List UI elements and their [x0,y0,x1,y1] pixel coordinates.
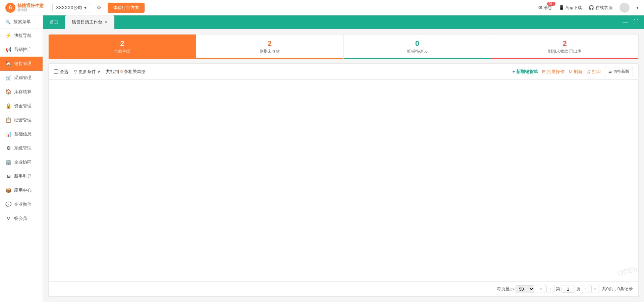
member-icon: V [5,216,11,221]
company-selector[interactable]: XXXXXX公司 ▾ [52,3,90,12]
beginner-icon: 🖥 [5,174,11,179]
tab-cash-flow-label: 钱货日清工作台 [72,19,102,25]
inventory-icon: 🏠 [5,89,11,95]
content-area: 2 全部单据 2 到期未收款 0 旺铺待确认 2 到期未收款 已出库 [43,29,644,302]
print-icon: 🖨 [586,69,591,74]
tab-maximize-icon[interactable]: ⛶ [632,18,640,26]
sidebar-item-purchase[interactable]: 🛒 采购管理 [0,71,43,85]
switch-label: 切换新版 [613,69,629,74]
sidebar-item-finance[interactable]: 🔒 资金管理 [0,99,43,113]
stat-tab-unshipped[interactable]: 2 到期未收款 已出库 [491,35,638,59]
print-label: 打印 [592,69,601,75]
refresh-btn[interactable]: ↻ 刷新 [569,69,582,75]
batch-btn[interactable]: ⊞ 批量操作 [542,69,565,75]
message-btn[interactable]: ✉ 消息 99+ [538,5,552,11]
chevron-down-icon: ▾ [636,5,639,10]
logo-area: 6 畅捷通好生意 标准版 [5,3,48,13]
sidebar-label: 畅会员 [14,216,27,222]
sidebar-label: 系统管理 [14,145,32,151]
search-menu-label: 搜索菜单 [13,19,31,25]
message-badge: 99+ [547,2,555,6]
settings-icon[interactable]: ⚙ [94,3,104,12]
page-input[interactable] [561,286,575,293]
new-sales-btn[interactable]: + 新增销货单 [513,69,538,75]
sidebar-label: 库存核算 [14,89,32,95]
sidebar-search[interactable]: 🔍 搜索菜单 [0,15,43,28]
sidebar-item-inventory[interactable]: 🏠 库存核算 [0,85,43,99]
stat-tab-all[interactable]: 2 全部单据 [49,35,196,59]
basic-info-icon: 📊 [5,131,11,137]
switch-btn[interactable]: ⇄ 切换新版 [605,67,633,76]
wechat-icon: 💬 [5,201,11,207]
sidebar-label: 资金管理 [14,103,32,109]
next-page-btn[interactable]: › [582,285,590,293]
tab-bar: 首页 钱货日清工作台 ✕ — ⛶ [43,15,644,29]
refresh-icon: ↻ [569,69,572,74]
search-icon: 🔍 [5,19,11,24]
sidebar: 🔍 搜索菜单 ⚡ 快捷导航 📢 营销推广 🏠 销售管理 🛒 采购管理 🏠 库存核… [0,15,43,302]
sidebar-item-wechat[interactable]: 💬 企业微信 [0,197,43,212]
refresh-label: 刷新 [574,69,582,75]
sidebar-item-enterprise[interactable]: 🏢 企业协同 [0,155,43,169]
sidebar-item-beginner[interactable]: 🖥 新手引导 [0,169,43,183]
stat-number-all: 2 [120,39,124,48]
last-page-btn[interactable]: » [591,285,599,293]
sidebar-label: 经营管理 [14,117,32,123]
print-btn[interactable]: 🖨 打印 [586,69,601,75]
select-all-input[interactable] [54,69,58,74]
sidebar-item-basic-info[interactable]: 📊 基础信息 [0,127,43,141]
sidebar-label: 基础信息 [14,131,32,137]
toolbar: 全选 ▽ 更多条件 ∨ 共找到 0 条相关单据 + 新增销货单 ⊞ [48,63,639,79]
sidebar-item-member[interactable]: V 畅会员 [0,212,43,226]
main-content: 首页 钱货日清工作台 ✕ — ⛶ 2 全部单据 2 到期未收款 0 [43,15,644,302]
toolbar-left: 全选 ▽ 更多条件 ∨ 共找到 0 条相关单据 [54,69,513,75]
app-title: 畅捷通好生意 [17,3,44,8]
table-area [48,79,639,281]
stat-tab-overdue[interactable]: 2 到期未收款 [196,35,344,59]
result-count: 0 [120,69,123,74]
filter-btn[interactable]: ▽ 更多条件 ∨ [74,69,101,75]
page-suffix: 页 [576,286,581,292]
per-page-select[interactable]: 50 100 200 [516,285,534,293]
select-all-checkbox[interactable]: 全选 [54,69,68,75]
page-size-selector: 每页显示 50 100 200 [497,285,534,293]
toolbar-right: + 新增销货单 ⊞ 批量操作 ↻ 刷新 🖨 打印 ⇄ 切换新版 [513,67,633,76]
online-service-btn[interactable]: 🎧 在线客服 [589,5,613,11]
tab-cash-flow[interactable]: 钱货日清工作台 ✕ [65,15,114,29]
sidebar-item-quick-nav[interactable]: ⚡ 快捷导航 [0,28,43,43]
filter-icon: ▽ [74,69,77,74]
stat-label-unshipped: 到期未收款 已出库 [548,49,581,54]
tab-minimize-icon[interactable]: — [621,18,629,26]
stats-tabs: 2 全部单据 2 到期未收款 0 旺铺待确认 2 到期未收款 已出库 [48,34,639,59]
stat-number-wangpu: 0 [415,39,419,48]
first-page-btn[interactable]: « [537,285,545,293]
sidebar-item-operations[interactable]: 📋 经营管理 [0,113,43,127]
header-left: 6 畅捷通好生意 标准版 XXXXXX公司 ▾ ⚙ 体验行业方案 [5,3,145,13]
sidebar-item-app-center[interactable]: 📦 应用中心 [0,183,43,197]
sidebar-label: 营销推广 [14,47,32,53]
app-subtitle: 标准版 [17,8,44,12]
sidebar-label: 快捷导航 [14,33,32,39]
system-icon: ⚙ [5,145,11,151]
chevron-down-icon: ▾ [84,5,87,10]
sidebar-label: 企业微信 [14,201,32,207]
logo-icon: 6 [5,3,15,13]
result-text: 共找到 0 条相关单据 [106,69,146,75]
service-icon: 🎧 [589,5,594,10]
tab-close-icon[interactable]: ✕ [104,20,108,24]
stat-tab-wangpu[interactable]: 0 旺铺待确认 [344,35,491,59]
sidebar-label: 企业协同 [14,159,32,165]
sidebar-item-sales[interactable]: 🏠 销售管理 [0,57,43,71]
filter-label: 更多条件 [78,69,96,75]
sidebar-item-system[interactable]: ⚙ 系统管理 [0,141,43,155]
experience-btn[interactable]: 体验行业方案 [108,3,145,13]
stat-label-wangpu: 旺铺待确认 [407,49,427,54]
company-name: XXXXXX公司 [56,5,82,11]
prev-page-btn[interactable]: ‹ [546,285,554,293]
sidebar-item-marketing[interactable]: 📢 营销推广 [0,43,43,57]
avatar[interactable] [620,3,630,13]
tab-home[interactable]: 首页 [43,15,65,29]
finance-icon: 🔒 [5,103,11,109]
user-dropdown[interactable]: ▾ [636,5,639,10]
app-download-btn[interactable]: 📱 App下载 [559,5,582,11]
